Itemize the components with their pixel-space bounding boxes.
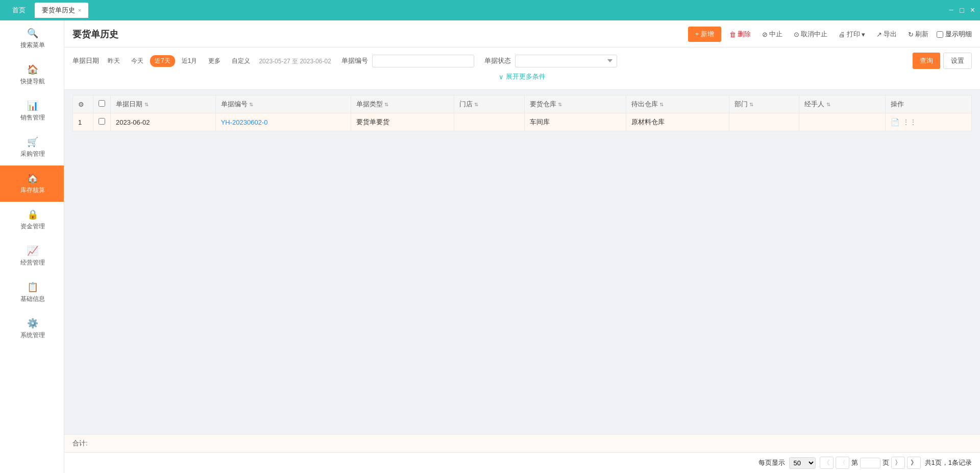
window-close[interactable]: ×	[970, 6, 975, 15]
row-checkbox[interactable]	[99, 118, 105, 125]
sort-date-icon: ⇅	[144, 102, 149, 107]
cell-pendingwarehouse: 原材料仓库	[626, 113, 729, 131]
sidebar: 🔍 搜索菜单 🏠 快捷导航 📊 销售管理 🛒 采购管理 🏠 库存核算 🔒 资金管…	[0, 20, 64, 473]
print-icon: 🖨	[839, 31, 845, 38]
cell-index: 1	[73, 113, 93, 131]
sort-handler-icon: ⇅	[826, 102, 830, 107]
docno-link[interactable]: YH-20230602-0	[221, 119, 268, 126]
table-row: 1 2023-06-02 YH-20230602-0 要货单要货 车间库 原材料…	[73, 113, 972, 131]
pagesize-label: 每页显示	[758, 458, 785, 467]
expand-more-btn[interactable]: ∨ 展开更多条件	[72, 69, 972, 84]
refresh-button[interactable]: ↻ 刷新	[905, 28, 932, 41]
export-button[interactable]: ↗ 导出	[873, 28, 900, 41]
cell-operations: 📄 ⋮⋮	[885, 113, 971, 131]
sidebar-label-search: 搜索菜单	[20, 41, 45, 50]
filter-row-1: 单据日期 昨天 今天 近7天 近1月 更多 自定义 2023-05-27 至 2…	[72, 53, 972, 69]
th-reqwarehouse[interactable]: 要货仓库 ⇅	[524, 96, 626, 113]
sidebar-label-basicinfo: 基础信息	[20, 295, 45, 303]
date-btn-today[interactable]: 今天	[127, 55, 148, 67]
date-btn-yesterday[interactable]: 昨天	[103, 55, 125, 67]
export-icon: ↗	[876, 31, 882, 38]
sidebar-item-system[interactable]: ⚙️ 系统管理	[0, 311, 64, 347]
pagesize-select[interactable]: 50 10 20 100	[789, 457, 816, 469]
date-btn-more[interactable]: 更多	[204, 55, 225, 67]
sidebar-label-sales: 销售管理	[20, 113, 45, 122]
sidebar-item-quicknav[interactable]: 🏠 快捷导航	[0, 57, 64, 93]
doc-icon: 📋	[27, 281, 38, 293]
date-btn-7days[interactable]: 近7天	[150, 55, 175, 67]
search-icon: 🔍	[27, 28, 38, 39]
sidebar-item-finance[interactable]: 🔒 资金管理	[0, 202, 64, 238]
sidebar-label-finance: 资金管理	[20, 222, 45, 231]
sidebar-label-operations: 经营管理	[20, 258, 45, 267]
last-page-btn[interactable]: 》	[907, 457, 921, 469]
docno-label: 单据编号	[341, 56, 368, 65]
sidebar-label-quicknav: 快捷导航	[20, 77, 45, 86]
th-handler[interactable]: 经手人 ⇅	[799, 96, 885, 113]
window-maximize[interactable]: □	[960, 6, 964, 14]
th-store[interactable]: 门店 ⇅	[454, 96, 524, 113]
th-checkbox	[93, 96, 111, 113]
gear-icon: ⚙️	[27, 318, 38, 329]
window-minimize[interactable]: −	[949, 6, 953, 15]
th-pendingwarehouse[interactable]: 待出仓库 ⇅	[626, 96, 729, 113]
sidebar-item-operations[interactable]: 📈 经营管理	[0, 238, 64, 274]
filter-area: 单据日期 昨天 今天 近7天 近1月 更多 自定义 2023-05-27 至 2…	[64, 48, 980, 90]
settings-button[interactable]: 设置	[943, 53, 972, 69]
prev-page-btn[interactable]: 〈	[836, 457, 849, 469]
date-filter-label: 单据日期	[72, 56, 99, 65]
cell-docno: YH-20230602-0	[215, 113, 351, 131]
query-button[interactable]: 查询	[913, 53, 940, 69]
status-select[interactable]	[515, 55, 617, 67]
page-number-input[interactable]: 1	[860, 458, 880, 468]
first-page-btn[interactable]: 《	[820, 457, 834, 469]
docno-input[interactable]	[372, 55, 474, 67]
lock-icon: 🔒	[27, 209, 38, 220]
filter-docno-group: 单据编号	[341, 55, 474, 67]
tab-requisition-history-label: 要货单历史	[42, 6, 75, 15]
refresh-icon: ↻	[908, 31, 914, 38]
th-department[interactable]: 部门 ⇅	[729, 96, 799, 113]
new-button[interactable]: + 新增	[688, 27, 721, 42]
tab-home[interactable]: 首页	[5, 3, 33, 18]
sidebar-item-inventory[interactable]: 🏠 库存核算	[0, 165, 64, 202]
cancel-stop-button[interactable]: ⊙ 取消中止	[791, 28, 830, 41]
operations-icon: 📈	[27, 245, 38, 256]
row-more-icon[interactable]: ⋮⋮	[902, 118, 917, 126]
show-detail-toggle[interactable]: 显示明细	[937, 30, 972, 39]
stop-button[interactable]: ⊘ 中止	[759, 28, 786, 41]
print-button[interactable]: 🖨 打印 ▾	[836, 28, 868, 41]
cell-department	[729, 113, 799, 131]
date-btn-1month[interactable]: 近1月	[177, 55, 202, 67]
th-docno[interactable]: 单据编号 ⇅	[215, 96, 351, 113]
date-quick-btns: 昨天 今天 近7天 近1月 更多 自定义	[103, 55, 255, 67]
th-operations: 操作	[885, 96, 971, 113]
window-controls: − □ ×	[949, 6, 975, 15]
cell-doctype: 要货单要货	[351, 113, 454, 131]
page-unit: 页	[883, 458, 889, 467]
sidebar-item-basicinfo[interactable]: 📋 基础信息	[0, 274, 64, 311]
th-doctype[interactable]: 单据类型 ⇅	[351, 96, 454, 113]
th-date[interactable]: 单据日期 ⇅	[111, 96, 216, 113]
tab-requisition-history[interactable]: 要货单历史 ×	[35, 3, 88, 18]
delete-button[interactable]: 🗑 删除	[726, 28, 754, 41]
page-header: 要货单历史 + 新增 🗑 删除 ⊘ 中止 ⊙ 取消中止	[64, 20, 980, 48]
th-settings[interactable]: ⚙	[73, 96, 93, 113]
select-all-checkbox[interactable]	[99, 100, 105, 107]
sidebar-item-search[interactable]: 🔍 搜索菜单	[0, 20, 64, 57]
cancel-stop-icon: ⊙	[794, 31, 799, 38]
data-table: ⚙ 单据日期 ⇅ 单据编号 ⇅ 单据类型 ⇅ 门店 ⇅ 要货仓库 ⇅ 待出仓库 …	[72, 95, 972, 131]
table-footer: 合计:	[64, 434, 980, 452]
tab-close-icon[interactable]: ×	[78, 7, 81, 13]
sidebar-label-purchase: 采购管理	[20, 150, 45, 158]
date-btn-custom[interactable]: 自定义	[227, 55, 255, 67]
sidebar-item-sales[interactable]: 📊 销售管理	[0, 93, 64, 129]
sidebar-item-purchase[interactable]: 🛒 采购管理	[0, 129, 64, 165]
next-page-btn[interactable]: 〉	[891, 457, 905, 469]
show-detail-checkbox[interactable]	[937, 31, 943, 38]
filter-action-btns: 查询 设置	[913, 53, 972, 69]
row-edit-icon[interactable]: 📄	[891, 118, 899, 126]
tab-home-label: 首页	[12, 6, 26, 15]
page-title: 要货单历史	[72, 28, 118, 40]
sidebar-label-system: 系统管理	[20, 331, 45, 340]
